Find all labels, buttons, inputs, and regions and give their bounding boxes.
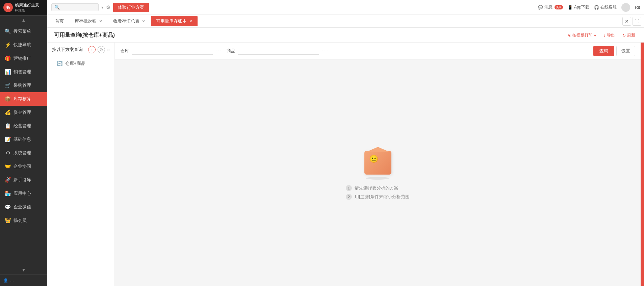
query-bar: 仓库 ··· 商品 ··· 查询 设置 (115, 43, 641, 60)
quick-nav-icon: ⚡ (5, 42, 11, 48)
topbar: 🔍 ▾ ⚙ 体验行业方案 💬 消息 99+ 📱 App下载 🎧 在线客服 Rit (47, 0, 644, 15)
wechat-icon: 💬 (5, 204, 11, 210)
message-icon: 💬 (538, 5, 543, 10)
footer-icon: 👤 (3, 278, 8, 283)
close-tab-button[interactable]: ✕ (622, 17, 631, 26)
filter-header-actions: + ⚙ « (88, 46, 110, 53)
filter-item-icon: 🔄 (57, 61, 62, 66)
tab-home[interactable]: 首页 (50, 16, 69, 26)
main-area: 🔍 ▾ ⚙ 体验行业方案 💬 消息 99+ 📱 App下载 🎧 在线客服 Rit (47, 0, 644, 286)
export-icon: ↓ (603, 33, 606, 38)
sidebar-item-finance[interactable]: 💰 资金管理 (0, 106, 47, 119)
goods-more-button[interactable]: ··· (322, 48, 328, 54)
system-icon: ⚙ (5, 150, 11, 156)
warehouse-input[interactable] (132, 47, 213, 55)
tabbar-actions: ✕ ⛶ (622, 17, 641, 26)
tab-close-available[interactable]: ✕ (189, 19, 192, 24)
add-scheme-button[interactable]: + (88, 46, 96, 53)
empty-state: 😐 1 请先选择要分析的方案 2 用[过滤]条件来缩小分析范围 (115, 60, 641, 286)
page-title: 可用量查询(按仓库+商品) (54, 32, 115, 39)
setting-button[interactable]: 设置 (616, 46, 635, 56)
warehouse-more-button[interactable]: ··· (215, 48, 222, 54)
sales-icon: 📊 (5, 69, 11, 75)
app-center-icon: 🏪 (5, 190, 11, 197)
sidebar-item-search[interactable]: 🔍 搜索菜单 (0, 25, 47, 38)
settings-gear-icon[interactable]: ⚙ (106, 4, 110, 10)
tab-summary[interactable]: 收发存汇总表 ✕ (108, 16, 150, 26)
enterprise-icon: 🤝 (5, 163, 11, 170)
message-button[interactable]: 💬 消息 99+ (538, 4, 563, 10)
query-actions: 查询 设置 (593, 46, 635, 56)
sidebar-header: 畅 畅康通好生意 标准版 (0, 0, 47, 16)
topbar-search-box[interactable]: 🔍 (51, 3, 99, 11)
empty-tip-2: 2 用[过滤]条件来缩小分析范围 (346, 194, 410, 200)
warehouse-field: 仓库 ··· (120, 47, 222, 55)
online-service-button[interactable]: 🎧 在线客服 (594, 4, 617, 10)
sidebar-item-wechat[interactable]: 💬 企业微信 (0, 200, 47, 214)
tabbar: 首页 库存批次账 ✕ 收发存汇总表 ✕ 可用量库存账本 ✕ ✕ ⛶ (47, 15, 644, 28)
refresh-icon: ↻ (622, 33, 626, 38)
right-edge-accent (641, 43, 644, 286)
empty-illustration: 😐 (361, 146, 395, 180)
avatar[interactable] (621, 3, 630, 12)
message-badge: 99+ (555, 5, 563, 9)
sidebar-logo: 畅 (3, 3, 13, 12)
vip-icon: 👑 (5, 217, 11, 224)
tab-batch[interactable]: 库存批次账 ✕ (70, 16, 107, 26)
sidebar: 畅 畅康通好生意 标准版 ▲ 🔍 搜索菜单 ⚡ 快捷导航 🎁 营销推广 📊 销售… (0, 0, 47, 286)
refresh-button[interactable]: ↻ 刷新 (620, 31, 637, 40)
sidebar-item-purchase[interactable]: 🛒 采购管理 (0, 79, 47, 92)
print-button[interactable]: 🖨 按模板打印 ▾ (565, 31, 598, 40)
sidebar-scroll-up[interactable]: ▲ (0, 16, 47, 25)
page-header: 可用量查询(按仓库+商品) 🖨 按模板打印 ▾ ↓ 导出 ↻ 刷新 (47, 28, 644, 43)
app-download-button[interactable]: 📱 App下载 (568, 4, 589, 10)
sidebar-brand: 畅康通好生意 标准版 (15, 3, 39, 12)
sidebar-nav: 🔍 搜索菜单 ⚡ 快捷导航 🎁 营销推广 📊 销售管理 🛒 采购管理 📦 库存核… (0, 25, 47, 265)
dropdown-chevron-icon[interactable]: ▾ (101, 5, 103, 10)
scheme-settings-button[interactable]: ⚙ (98, 46, 105, 53)
headphone-icon: 🎧 (594, 5, 599, 10)
content-area: 按以下方案查询 + ⚙ « 🔄 仓库+商品 仓库 (47, 43, 644, 286)
tab-available[interactable]: 可用量库存账本 ✕ (151, 16, 198, 26)
empty-shadow-graphic (366, 177, 389, 180)
sidebar-item-sales[interactable]: 📊 销售管理 (0, 65, 47, 79)
search-icon: 🔍 (54, 5, 60, 10)
sidebar-item-vip[interactable]: 👑 畅会员 (0, 214, 47, 227)
sidebar-item-guide[interactable]: 🚀 新手引导 (0, 173, 47, 187)
sidebar-item-basic[interactable]: 📝 基础信息 (0, 133, 47, 146)
page-actions: 🖨 按模板打印 ▾ ↓ 导出 ↻ 刷新 (565, 31, 637, 40)
sidebar-item-marketing[interactable]: 🎁 营销推广 (0, 52, 47, 65)
filter-collapse-button[interactable]: « (107, 47, 110, 52)
basic-icon: 📝 (5, 136, 11, 142)
sidebar-item-enterprise[interactable]: 🤝 企业协同 (0, 160, 47, 173)
filter-item-warehouse-goods[interactable]: 🔄 仓库+商品 (47, 57, 114, 70)
trial-button[interactable]: 体验行业方案 (113, 3, 149, 12)
username-label[interactable]: Rit (635, 5, 640, 10)
sidebar-footer: 👤 … (0, 275, 47, 286)
topbar-right: 💬 消息 99+ 📱 App下载 🎧 在线客服 Rit (538, 3, 640, 12)
guide-icon: 🚀 (5, 177, 11, 183)
finance-icon: 💰 (5, 109, 11, 115)
print-dropdown-icon[interactable]: ▾ (594, 33, 596, 38)
search-input[interactable] (61, 5, 95, 10)
inventory-icon: 📦 (5, 96, 11, 102)
goods-field: 商品 ··· (227, 47, 328, 55)
goods-input[interactable] (238, 47, 319, 55)
sidebar-item-quick-nav[interactable]: ⚡ 快捷导航 (0, 38, 47, 52)
purchase-icon: 🛒 (5, 82, 11, 88)
sidebar-scroll-down[interactable]: ▼ (0, 265, 47, 275)
tab-close-summary[interactable]: ✕ (142, 19, 145, 24)
tab-close-batch[interactable]: ✕ (99, 19, 102, 24)
export-button[interactable]: ↓ 导出 (601, 31, 617, 40)
filter-panel-header: 按以下方案查询 + ⚙ « (47, 43, 114, 57)
sidebar-item-app-center[interactable]: 🏪 应用中心 (0, 187, 47, 200)
sidebar-item-inventory[interactable]: 📦 库存核算 (0, 92, 47, 106)
marketing-icon: 🎁 (5, 55, 11, 61)
search-icon: 🔍 (5, 28, 11, 34)
sidebar-item-system[interactable]: ⚙ 系统管理 (0, 146, 47, 160)
sidebar-item-operation[interactable]: 📋 经营管理 (0, 119, 47, 133)
fullscreen-button[interactable]: ⛶ (633, 17, 641, 26)
query-button[interactable]: 查询 (593, 46, 614, 56)
empty-tip-1: 1 请先选择要分析的方案 (346, 185, 410, 191)
operation-icon: 📋 (5, 123, 11, 129)
